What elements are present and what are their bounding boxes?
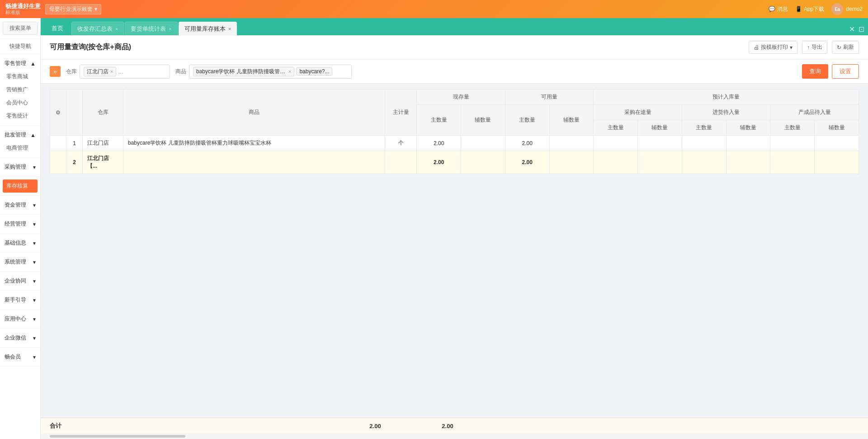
subtotal-warehouse: 江北门店【... bbox=[83, 151, 123, 174]
sidebar-search-area: 搜索菜单 bbox=[0, 18, 40, 39]
subtotal-unit bbox=[385, 151, 417, 174]
subtotal-current-aux bbox=[461, 151, 505, 174]
query-btn[interactable]: 查询 bbox=[802, 64, 828, 79]
chevron-icon: ▾ bbox=[33, 240, 36, 246]
th-unit-h: 主计量 bbox=[385, 90, 417, 136]
total-footer: 合计 2.00 2.00 bbox=[41, 417, 868, 434]
sidebar-newbie-header[interactable]: 新手引导 ▾ bbox=[3, 293, 38, 307]
sidebar-basic-header[interactable]: 基础信息 ▾ bbox=[3, 236, 38, 250]
tab-close-order-stat[interactable]: × bbox=[169, 26, 171, 32]
warehouse-filter-group: 仓库 江北门店 × ... bbox=[66, 65, 170, 79]
cell-empty bbox=[50, 136, 66, 151]
data-table: ⚙ 仓库 商品 主计量 现存量 可用量 预计入库量 主数量 辅数量 主数量 辅数… bbox=[50, 89, 859, 174]
product-tag2: babycare?... bbox=[296, 67, 332, 76]
sidebar-section-inventory: 库存核算 bbox=[0, 177, 40, 196]
sidebar-item-marketing[interactable]: 营销推广 bbox=[3, 83, 38, 96]
close-window-icon[interactable]: ✕ bbox=[849, 25, 855, 33]
th-seq bbox=[66, 90, 83, 136]
cell-goods-main bbox=[682, 136, 726, 151]
chevron-icon: ▾ bbox=[33, 297, 36, 303]
horizontal-scrollbar[interactable] bbox=[41, 434, 868, 439]
warehouse-tag: 江北门店 × bbox=[84, 67, 116, 76]
th-avail-aux-h: 辅数量 bbox=[549, 105, 594, 136]
search-menu-btn[interactable]: 搜索菜单 bbox=[3, 22, 38, 35]
user-menu[interactable]: Ea demo2 bbox=[831, 3, 863, 15]
sidebar-item-ecommerce[interactable]: 电商管理 bbox=[3, 142, 38, 155]
sidebar-retail-header[interactable]: 零售管理 ▲ bbox=[3, 57, 38, 70]
app-icon: 📱 bbox=[795, 6, 802, 12]
chevron-icon: ▾ bbox=[33, 354, 36, 360]
restore-window-icon[interactable]: ⊡ bbox=[859, 25, 864, 33]
chevron-icon: ▾ bbox=[33, 202, 36, 208]
subtotal-row: 2 江北门店【... 2.00 2.00 bbox=[50, 151, 859, 174]
warehouse-input[interactable]: 江北门店 × ... bbox=[80, 65, 170, 79]
product-input[interactable]: babycare学饮杯 儿童防摔防撞吸管杯重力球吸嘴杯宝宝水杯 × babyca… bbox=[189, 65, 352, 79]
message-icon: 💬 bbox=[769, 6, 775, 12]
sidebar-item-retail-stats[interactable]: 零售统计 bbox=[3, 109, 38, 123]
total-label: 合计 bbox=[50, 422, 357, 430]
cell-product-aux bbox=[815, 136, 859, 151]
subtotal-goods-main bbox=[682, 151, 726, 174]
sidebar-section-system: 系统管理 ▾ bbox=[0, 253, 40, 272]
filter-expand-btn[interactable]: » bbox=[50, 66, 61, 77]
refresh-btn[interactable]: ↻ 刷新 bbox=[832, 41, 859, 54]
print-btn[interactable]: 🖨 按模板打印 ▾ bbox=[749, 41, 797, 54]
th-settings[interactable]: ⚙ bbox=[50, 90, 66, 136]
sidebar-item-members[interactable]: 会员中心 bbox=[3, 96, 38, 109]
sidebar-operation-header[interactable]: 经营管理 ▾ bbox=[3, 217, 38, 231]
tab-order-stat[interactable]: 要货单统计表 × bbox=[125, 22, 177, 35]
export-btn[interactable]: ↑ 导出 bbox=[802, 41, 827, 54]
sidebar-appcenter-header[interactable]: 应用中心 ▾ bbox=[3, 312, 38, 326]
app-download-btn[interactable]: 📱 App下载 bbox=[795, 5, 824, 13]
top-header: 畅捷通好生意 标准版 母婴行业演示账套 ▾ 💬 消息 📱 App下载 Ea de… bbox=[0, 0, 868, 18]
table-container: ⚙ 仓库 商品 主计量 现存量 可用量 预计入库量 主数量 辅数量 主数量 辅数… bbox=[41, 84, 868, 417]
th-pur-aux: 辅数量 bbox=[638, 120, 682, 136]
sidebar-section-basic: 基础信息 ▾ bbox=[0, 234, 40, 253]
subtotal-current-main: 2.00 bbox=[417, 151, 461, 174]
sidebar-item-quick-nav[interactable]: 快捷导航 bbox=[0, 39, 40, 54]
warehouse-tag-close[interactable]: × bbox=[110, 69, 113, 74]
cell-current-aux bbox=[461, 136, 505, 151]
tab-close-collect[interactable]: × bbox=[115, 26, 118, 32]
cell-avail-main: 2.00 bbox=[505, 136, 549, 151]
tab-close-available[interactable]: × bbox=[228, 26, 231, 32]
message-btn[interactable]: 💬 消息 bbox=[769, 5, 788, 13]
sidebar-finance-header[interactable]: 资金管理 ▾ bbox=[3, 198, 38, 212]
product-tag1-close[interactable]: × bbox=[288, 69, 291, 74]
th-warehouse-h: 仓库 bbox=[83, 90, 123, 136]
sidebar-inventory-header[interactable]: 库存核算 bbox=[3, 179, 38, 193]
page-actions: 🖨 按模板打印 ▾ ↑ 导出 ↻ 刷新 bbox=[749, 41, 859, 54]
tenant-selector[interactable]: 母婴行业演示账套 ▾ bbox=[45, 4, 101, 14]
th-curr-main-h: 主数量 bbox=[417, 105, 461, 136]
sidebar-wechat-header[interactable]: 企业微信 ▾ bbox=[3, 331, 38, 345]
settings-btn[interactable]: 设置 bbox=[832, 64, 859, 79]
sidebar-purchase-header[interactable]: 采购管理 ▾ bbox=[3, 160, 38, 174]
cell-warehouse: 江北门店 bbox=[83, 136, 123, 151]
sidebar-system-header[interactable]: 系统管理 ▾ bbox=[3, 255, 38, 269]
subtotal-avail-aux bbox=[549, 151, 594, 174]
chevron-icon: ▲ bbox=[30, 132, 36, 138]
cell-goods-aux bbox=[726, 136, 770, 151]
print-icon: 🖨 bbox=[754, 44, 759, 51]
scroll-thumb[interactable] bbox=[50, 435, 185, 438]
cell-product-main bbox=[770, 136, 815, 151]
cell-current-main: 2.00 bbox=[417, 136, 461, 151]
sidebar-enterprise-header[interactable]: 企业协同 ▾ bbox=[3, 274, 38, 288]
sidebar-wholesale-header[interactable]: 批发管理 ▲ bbox=[3, 128, 38, 142]
sidebar-section-purchase: 采购管理 ▾ bbox=[0, 158, 40, 177]
th-pro-aux: 辅数量 bbox=[815, 120, 859, 136]
filter-actions: 查询 设置 bbox=[802, 64, 859, 79]
tab-collect[interactable]: 收发存汇总表 × bbox=[71, 22, 124, 35]
tab-available[interactable]: 可用量库存账本 × bbox=[179, 22, 237, 35]
warehouse-more[interactable]: ... bbox=[118, 68, 123, 75]
sidebar-section-member: 畅会员 ▾ bbox=[0, 348, 40, 367]
sidebar-section-newbie: 新手引导 ▾ bbox=[0, 291, 40, 310]
sidebar-item-retail-shop[interactable]: 零售商城 bbox=[3, 70, 38, 83]
th-product-in-h: 产成品待入量 bbox=[770, 105, 859, 120]
sidebar-section-finance: 资金管理 ▾ bbox=[0, 196, 40, 215]
sidebar-section-appcenter: 应用中心 ▾ bbox=[0, 310, 40, 329]
tab-home[interactable]: 首页 bbox=[44, 22, 71, 35]
main-layout: 搜索菜单 快捷导航 零售管理 ▲ 零售商城 营销推广 会员中心 零售统计 批发管… bbox=[0, 18, 868, 439]
sidebar-member-header[interactable]: 畅会员 ▾ bbox=[3, 350, 38, 363]
sidebar-section-enterprise: 企业协同 ▾ bbox=[0, 272, 40, 291]
